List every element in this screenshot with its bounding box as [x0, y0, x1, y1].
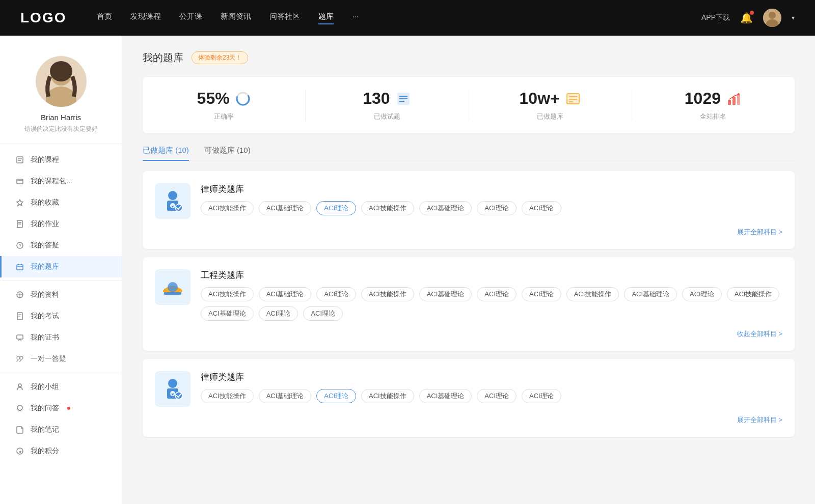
svg-rect-28 [17, 335, 23, 339]
sidebar-item-points[interactable]: ★ 我的积分 [0, 440, 122, 462]
app-download-button[interactable]: APP下载 [701, 13, 730, 22]
qbank-lawyer-1-title: 律师类题库 [201, 183, 782, 195]
eng-tag-12[interactable]: ACI理论 [259, 306, 298, 321]
tag-4[interactable]: ACI基础理论 [419, 201, 472, 215]
expand-engineer[interactable]: 收起全部科目 > [737, 330, 782, 338]
sidebar-item-myqa[interactable]: 我的问答 [0, 398, 122, 419]
stat-done-questions-top: 130 [316, 89, 458, 108]
l2-tag-6[interactable]: ACI理论 [522, 389, 561, 403]
user-dropdown-arrow[interactable]: ▾ [792, 14, 795, 21]
svg-rect-7 [17, 157, 23, 163]
sidebar-item-group[interactable]: 我的小组 [0, 376, 122, 398]
sidebar-item-cert[interactable]: 我的证书 [0, 327, 122, 348]
nav-news[interactable]: 新闻资讯 [221, 12, 251, 24]
star-icon [15, 198, 24, 207]
svg-point-32 [20, 356, 23, 359]
sidebar-item-qa-ask[interactable]: ? 我的答疑 [0, 235, 122, 256]
sidebar-avatar [36, 56, 87, 107]
stat-ranking-icon [726, 91, 742, 107]
sidebar-item-exam[interactable]: 我的考试 [0, 305, 122, 327]
expand-lawyer-1[interactable]: 展开全部科目 > [737, 228, 782, 236]
sidebar-item-qbank[interactable]: 我的题库 [0, 256, 122, 277]
navbar-right: APP下载 🔔 ▾ [701, 9, 795, 27]
nav-more[interactable]: ··· [352, 12, 359, 24]
sidebar-item-notes[interactable]: 我的笔记 [0, 419, 122, 440]
qbank-engineer-icon [155, 269, 191, 305]
nav-qa[interactable]: 问答社区 [269, 12, 300, 24]
sidebar-item-data[interactable]: 我的资料 [0, 284, 122, 305]
eng-tag-5[interactable]: ACI理论 [477, 287, 517, 301]
tag-3[interactable]: ACI技能操作 [361, 201, 414, 215]
stat-accuracy-value: 55% [197, 89, 230, 108]
eng-tag-2[interactable]: ACI理论 [316, 287, 356, 301]
user-avatar[interactable] [763, 9, 781, 27]
homework-icon [15, 219, 24, 229]
nav-discover[interactable]: 发现课程 [130, 12, 161, 24]
qa-notification-dot [67, 407, 70, 410]
sidebar-item-homework[interactable]: 我的作业 [0, 213, 122, 235]
tag-5[interactable]: ACI理论 [477, 201, 517, 215]
tag-2[interactable]: ACI理论 [316, 201, 356, 215]
svg-point-6 [50, 61, 72, 81]
sidebar-item-favorites[interactable]: 我的收藏 [0, 192, 122, 213]
qbank-lawyer-1-footer: 展开全部科目 > [155, 227, 782, 237]
l2-tag-0[interactable]: ACI技能操作 [201, 389, 254, 403]
eng-tag-13[interactable]: ACI理论 [303, 306, 343, 321]
stat-ranking-label: 全站排名 [642, 112, 784, 121]
sidebar-item-oto[interactable]: 一对一答疑 [0, 348, 122, 370]
l2-tag-2[interactable]: ACI理论 [316, 389, 356, 403]
nav-open-course[interactable]: 公开课 [179, 12, 202, 24]
qbank-lawyer-2-icon [155, 371, 191, 407]
tag-1[interactable]: ACI基础理论 [259, 201, 312, 215]
tabs: 已做题库 (10) 可做题库 (10) [143, 146, 795, 161]
l2-tag-4[interactable]: ACI基础理论 [419, 389, 472, 403]
tab-done[interactable]: 已做题库 (10) [143, 146, 189, 160]
eng-tag-6[interactable]: ACI理论 [522, 287, 561, 301]
tag-0[interactable]: ACI技能操作 [201, 201, 254, 215]
tag-6[interactable]: ACI理论 [522, 201, 561, 215]
qbank-card-lawyer-1-header: 律师类题库 ACI技能操作 ACI基础理论 ACI理论 ACI技能操作 ACI基… [155, 183, 782, 219]
svg-rect-43 [567, 94, 579, 104]
notification-bell[interactable]: 🔔 [740, 12, 753, 24]
bank-icon [15, 262, 24, 271]
eng-tag-4[interactable]: ACI基础理论 [419, 287, 472, 301]
expand-lawyer-2[interactable]: 展开全部科目 > [737, 416, 782, 424]
notification-dot [750, 11, 754, 15]
exam-icon [15, 312, 24, 321]
qbank-lawyer-2-info: 律师类题库 ACI技能操作 ACI基础理论 ACI理论 ACI技能操作 ACI基… [201, 371, 782, 403]
sidebar-user-motto: 错误的决定比没有决定要好 [10, 125, 112, 133]
l2-tag-1[interactable]: ACI基础理论 [259, 389, 312, 403]
logo: LOGO [20, 10, 66, 26]
qbank-engineer-tags: ACI技能操作 ACI基础理论 ACI理论 ACI技能操作 ACI基础理论 AC… [201, 287, 782, 321]
group-icon [15, 382, 24, 391]
eng-tag-3[interactable]: ACI技能操作 [361, 287, 414, 301]
sidebar-user-name: Brian Harris [10, 113, 112, 122]
svg-text:★: ★ [18, 450, 22, 454]
qbank-lawyer-2-tags: ACI技能操作 ACI基础理论 ACI理论 ACI技能操作 ACI基础理论 AC… [201, 389, 782, 403]
eng-tag-7[interactable]: ACI技能操作 [566, 287, 619, 301]
qbank-lawyer-2-title: 律师类题库 [201, 371, 782, 383]
svg-point-52 [168, 191, 177, 200]
eng-tag-8[interactable]: ACI基础理论 [624, 287, 677, 301]
qbank-engineer-info: 工程类题库 ACI技能操作 ACI基础理论 ACI理论 ACI技能操作 ACI基… [201, 269, 782, 321]
qbank-card-lawyer-2-header: 律师类题库 ACI技能操作 ACI基础理论 ACI理论 ACI技能操作 ACI基… [155, 371, 782, 407]
stat-accuracy-top: 55% [153, 89, 295, 108]
l2-tag-5[interactable]: ACI理论 [477, 389, 517, 403]
eng-tag-9[interactable]: ACI理论 [682, 287, 722, 301]
course-icon [15, 155, 24, 164]
qbank-card-engineer: 工程类题库 ACI技能操作 ACI基础理论 ACI理论 ACI技能操作 ACI基… [143, 257, 795, 351]
nav-home[interactable]: 首页 [97, 12, 112, 24]
nav-qbank[interactable]: 题库 [318, 12, 334, 24]
note-icon [15, 425, 24, 434]
main-layout: Brian Harris 错误的决定比没有决定要好 我的课程 我的课程包... [0, 36, 815, 504]
eng-tag-11[interactable]: ACI基础理论 [201, 306, 254, 321]
stat-done-banks: 10w+ 已做题库 [469, 89, 632, 121]
sidebar-item-course[interactable]: 我的课程 [0, 149, 122, 171]
eng-tag-1[interactable]: ACI基础理论 [259, 287, 312, 301]
l2-tag-3[interactable]: ACI技能操作 [361, 389, 414, 403]
qbank-engineer-footer: 收起全部科目 > [155, 329, 782, 339]
eng-tag-0[interactable]: ACI技能操作 [201, 287, 254, 301]
sidebar-item-package[interactable]: 我的课程包... [0, 171, 122, 192]
eng-tag-10[interactable]: ACI技能操作 [727, 287, 780, 301]
tab-available[interactable]: 可做题库 (10) [204, 146, 251, 160]
